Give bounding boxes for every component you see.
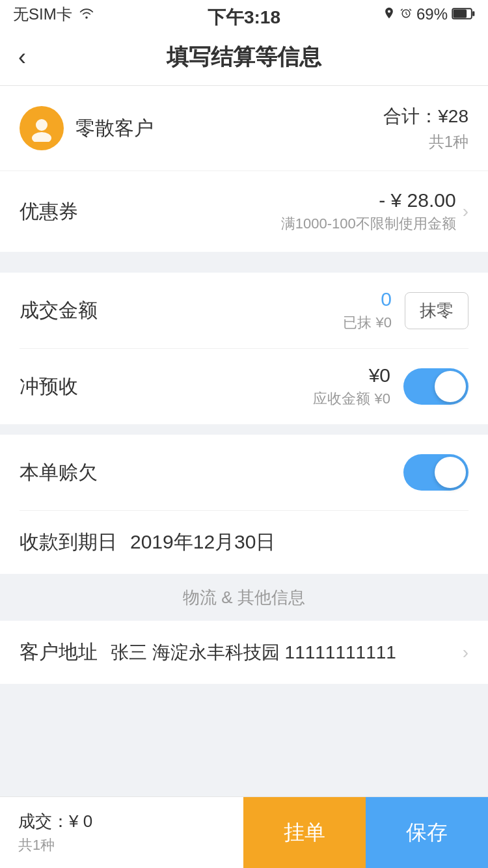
transaction-amount: 0 <box>343 288 392 310</box>
prepaid-toggle[interactable] <box>403 368 468 405</box>
divider-1 <box>0 262 488 273</box>
status-time: 下午3:18 <box>208 5 280 30</box>
transaction-right: 0 已抹 ¥0 抹零 <box>343 288 468 332</box>
address-label: 客户地址 <box>20 639 98 666</box>
debt-section: 本单赊欠 收款到期日 2019年12月30日 <box>0 435 488 574</box>
pending-button[interactable]: 挂单 <box>243 797 366 869</box>
status-right: 69% <box>383 5 475 23</box>
prepaid-right: ¥0 应收金额 ¥0 <box>313 364 468 409</box>
bottom-count: 共1种 <box>18 835 225 855</box>
due-date-label: 收款到期日 <box>20 529 117 556</box>
prepaid-label: 冲预收 <box>20 373 78 400</box>
address-row[interactable]: 客户地址 张三 海淀永丰科技园 11111111111 › <box>20 621 468 684</box>
roundup-button[interactable]: 抹零 <box>405 292 468 329</box>
address-value: 张三 海淀永丰科技园 11111111111 <box>111 640 456 665</box>
carrier-label: 无SIM卡 <box>13 4 72 25</box>
transaction-sub: 已抹 ¥0 <box>343 313 392 332</box>
avatar <box>20 106 64 150</box>
prepaid-amount: ¥0 <box>313 364 390 387</box>
transaction-section: 成交金额 0 已抹 ¥0 抹零 冲预收 ¥0 应收金额 ¥0 <box>0 273 488 424</box>
save-button[interactable]: 保存 <box>366 797 488 869</box>
bottom-info: 成交：¥ 0 共1种 <box>0 810 243 855</box>
transaction-label: 成交金额 <box>20 297 98 324</box>
bottom-bar: 成交：¥ 0 共1种 挂单 保存 <box>0 796 488 868</box>
status-bar: 无SIM卡 下午3:18 69% <box>0 0 488 29</box>
bottom-deal-value: ¥ 0 <box>69 811 92 831</box>
status-left: 无SIM卡 <box>13 4 96 25</box>
svg-rect-3 <box>454 10 467 18</box>
debt-toggle-knob <box>435 457 466 488</box>
coupon-label: 优惠券 <box>20 198 78 225</box>
nav-bar: ‹ 填写结算等信息 <box>0 29 488 86</box>
coupon-right: - ¥ 28.00 满1000-100不限制使用金额 › <box>281 189 468 234</box>
svg-point-4 <box>36 119 47 131</box>
svg-rect-2 <box>472 11 474 16</box>
total-count: 共1种 <box>383 131 468 152</box>
logistics-title: 物流 & 其他信息 <box>183 586 305 609</box>
location-icon <box>383 5 396 23</box>
battery-icon <box>452 5 475 23</box>
customer-row: 零散客户 合计：¥28 共1种 <box>0 86 488 170</box>
logistics-header: 物流 & 其他信息 <box>0 574 488 621</box>
address-chevron-icon: › <box>463 642 468 663</box>
svg-point-5 <box>32 132 51 142</box>
back-button[interactable]: ‹ <box>18 44 26 71</box>
bottom-deal-label: 成交： <box>18 811 69 831</box>
coupon-row[interactable]: 优惠券 - ¥ 28.00 满1000-100不限制使用金额 › <box>0 170 488 252</box>
wifi-icon <box>77 5 96 23</box>
customer-info: 零散客户 <box>20 106 154 150</box>
customer-total: 合计：¥28 共1种 <box>383 104 468 152</box>
prepaid-row: 冲预收 ¥0 应收金额 ¥0 <box>20 349 468 424</box>
address-section: 客户地址 张三 海淀永丰科技园 11111111111 › <box>0 621 488 684</box>
debt-row: 本单赊欠 <box>20 435 468 511</box>
prepaid-value: ¥0 应收金额 ¥0 <box>313 364 390 409</box>
divider-2 <box>0 424 488 435</box>
coupon-value: - ¥ 28.00 满1000-100不限制使用金额 <box>281 189 456 234</box>
customer-section: 零散客户 合计：¥28 共1种 优惠券 - ¥ 28.00 满1000-100不… <box>0 86 488 252</box>
debt-label: 本单赊欠 <box>20 459 98 486</box>
alarm-icon <box>400 5 413 23</box>
battery-label: 69% <box>416 5 448 23</box>
debt-toggle[interactable] <box>403 454 468 491</box>
due-date-row: 收款到期日 2019年12月30日 <box>20 511 468 574</box>
total-amount: 合计：¥28 <box>383 104 468 129</box>
coupon-discount: - ¥ 28.00 <box>281 189 456 211</box>
customer-name: 零散客户 <box>75 115 154 142</box>
page-title: 填写结算等信息 <box>167 42 321 72</box>
bottom-deal-amount: 成交：¥ 0 <box>18 810 225 833</box>
transaction-value: 0 已抹 ¥0 <box>343 288 392 332</box>
coupon-chevron-icon: › <box>463 201 468 222</box>
toggle-knob <box>435 371 466 402</box>
transaction-row: 成交金额 0 已抹 ¥0 抹零 <box>20 273 468 349</box>
due-date-value: 2019年12月30日 <box>130 529 275 556</box>
coupon-desc: 满1000-100不限制使用金额 <box>281 214 456 234</box>
prepaid-sub: 应收金额 ¥0 <box>313 389 390 409</box>
